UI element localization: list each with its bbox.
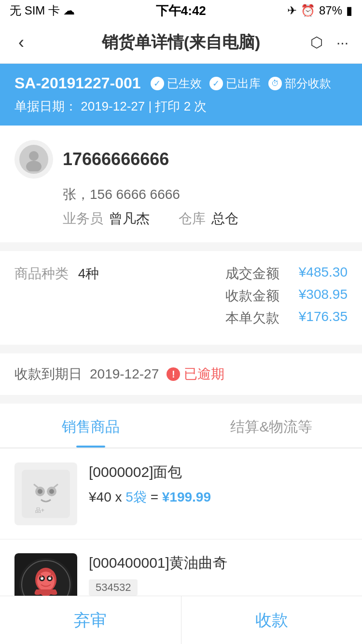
check-icon-2: ✓ (209, 77, 223, 90)
product-name-2: [000400001]黄油曲奇 (89, 553, 348, 573)
order-id: SA-20191227-001 (14, 74, 141, 92)
deal-amount-row: 成交金额 ¥485.30 (225, 265, 348, 283)
svg-point-6 (49, 489, 54, 494)
product-total-1: ¥199.99 (162, 490, 211, 504)
due-date: 2019-12-27 (90, 366, 159, 382)
stats-section: 商品种类 4种 成交金额 ¥485.30 收款金额 ¥308.95 本单欠款 ¥… (0, 251, 362, 345)
avatar-icon (19, 145, 48, 174)
debt-amount-row: 本单欠款 ¥176.35 (225, 309, 348, 327)
confirm-button[interactable]: 收款 (181, 596, 362, 644)
svg-text:品+: 品+ (35, 507, 44, 514)
product-qty-1: 5袋 (125, 490, 147, 504)
status-left: 无 SIM 卡 ☁ (10, 3, 75, 18)
status-bar: 无 SIM 卡 ☁ 下午4:42 ✈ ⏰ 87% ▮ (0, 0, 362, 21)
alarm-icon: ⏰ (301, 4, 315, 17)
received-amount: ¥308.95 (299, 287, 348, 305)
badge-shipped: ✓ 已出库 (209, 76, 261, 91)
order-header-top: SA-20191227-001 ✓ 已生效 ✓ 已出库 ⏱ 部分收款 (14, 74, 348, 92)
product-placeholder-1: 品+ (14, 462, 77, 525)
share-icon[interactable]: ⬡ (310, 34, 323, 51)
nav-right-actions: ⬡ ··· (310, 34, 348, 51)
warehouse-value: 总仓 (211, 210, 238, 228)
page-title: 销货单详情(来自电脑) (102, 31, 261, 54)
due-section: 收款到期日 2019-12-27 ! 已逾期 (0, 353, 362, 395)
cancel-button[interactable]: 弃审 (0, 596, 181, 644)
tabs-section: 销售商品 结算&物流等 (0, 404, 362, 448)
type-label: 商品种类 (14, 266, 69, 281)
product-tag-2: 534532 (89, 579, 138, 596)
battery-status: 87% (319, 4, 342, 17)
stats-amounts: 成交金额 ¥485.30 收款金额 ¥308.95 本单欠款 ¥176.35 (225, 265, 348, 331)
status-time: 下午4:42 (156, 2, 206, 19)
type-value: 4种 (78, 266, 99, 281)
warehouse-label: 仓库 (179, 210, 206, 228)
debt-amount: ¥176.35 (299, 309, 348, 327)
status-right: ✈ ⏰ 87% ▮ (287, 4, 352, 17)
product-image-1: 品+ (14, 462, 77, 525)
customer-name: 17666666666 (63, 149, 169, 169)
separator-1 (0, 243, 362, 251)
customer-row: 17666666666 (14, 140, 348, 179)
separator-3 (0, 396, 362, 404)
overdue-icon: ! (167, 367, 180, 381)
more-icon[interactable]: ··· (336, 34, 348, 51)
back-button[interactable]: ‹ (14, 28, 29, 57)
order-badges: ✓ 已生效 ✓ 已出库 ⏱ 部分收款 (151, 76, 331, 91)
debt-label: 本单欠款 (225, 309, 279, 327)
svg-point-1 (26, 161, 42, 171)
battery-icon: ▮ (346, 4, 352, 17)
badge-partial-payment: ⏱ 部分收款 (268, 76, 331, 91)
order-header: SA-20191227-001 ✓ 已生效 ✓ 已出库 ⏱ 部分收款 (0, 64, 362, 126)
nav-bar: ‹ 销货单详情(来自电脑) ⬡ ··· (0, 21, 362, 64)
received-label: 收款金额 (225, 287, 279, 305)
customer-section: 17666666666 张，156 6666 6666 业务员 曾凡杰 仓库 总… (0, 126, 362, 242)
bottom-bar: 弃审 收款 (0, 596, 362, 644)
list-item: 品+ [0000002]面包 ¥40 x 5袋 = ¥199.99 (0, 449, 362, 539)
svg-rect-2 (22, 470, 70, 518)
received-amount-row: 收款金额 ¥308.95 (225, 287, 348, 305)
warehouse-info: 仓库 总仓 (179, 210, 238, 228)
separator-2 (0, 346, 362, 353)
tab-products[interactable]: 销售商品 (0, 404, 181, 448)
salesman-value: 曾凡杰 (109, 210, 150, 228)
tabs-row: 销售商品 结算&物流等 (0, 404, 362, 448)
svg-point-5 (38, 489, 42, 494)
svg-point-0 (29, 151, 39, 161)
location-icon: ✈ (287, 4, 297, 17)
check-icon-1: ✓ (151, 77, 164, 90)
customer-meta: 业务员 曾凡杰 仓库 总仓 (63, 210, 348, 228)
product-price-1: ¥40 x 5袋 = ¥199.99 (89, 488, 348, 506)
sim-status: 无 SIM 卡 ☁ (10, 3, 75, 18)
badge-effective: ✓ 已生效 (151, 76, 202, 91)
deal-amount: ¥485.30 (299, 265, 348, 283)
product-name-1: [0000002]面包 (89, 462, 348, 482)
salesman-info: 业务员 曾凡杰 (63, 210, 150, 228)
stats-type: 商品种类 4种 (14, 265, 99, 283)
customer-contact: 张，156 6666 6666 (63, 185, 348, 204)
product-details-1: [0000002]面包 ¥40 x 5袋 = ¥199.99 (89, 462, 348, 506)
clock-icon: ⏱ (268, 77, 282, 90)
salesman-label: 业务员 (63, 210, 103, 228)
deal-label: 成交金额 (225, 265, 279, 283)
overdue-badge: ! 已逾期 (167, 365, 224, 383)
avatar (14, 140, 53, 179)
overdue-label: 已逾期 (184, 365, 224, 383)
tab-settlement[interactable]: 结算&物流等 (181, 404, 362, 448)
due-label: 收款到期日 (14, 365, 82, 383)
order-date-row: 单据日期： 2019-12-27 | 打印 2 次 (14, 98, 348, 115)
